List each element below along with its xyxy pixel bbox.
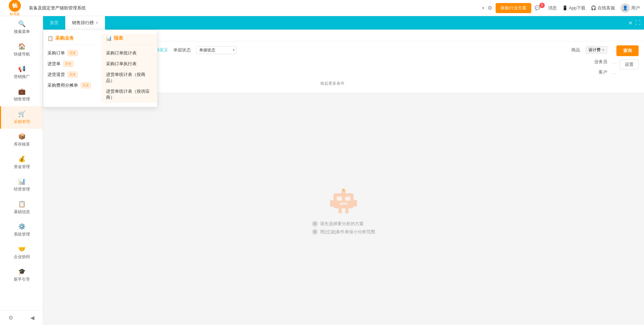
cooperation-icon: 🤝	[18, 245, 26, 253]
sidebar-item-quick-nav-label: 快捷导航	[14, 51, 30, 57]
sidebar-item-cooperation[interactable]: 🤝 企业协同	[0, 241, 43, 264]
query-button[interactable]: 查询	[616, 45, 639, 56]
goods-tag-value: 设计费	[588, 47, 601, 53]
maximize-window-btn[interactable]: ⛶	[635, 20, 641, 26]
goods-receipt-stats-by-supplier-item[interactable]: 进货单统计表（按供应商）	[106, 86, 153, 103]
collapse-btn[interactable]: 收起更多条件	[318, 79, 347, 88]
empty-tip-1: ① 请先选择要分析的方案	[312, 221, 375, 227]
headset-icon: 🎧	[591, 5, 596, 10]
set-button[interactable]: 设置	[620, 59, 639, 70]
close-window-btn[interactable]: ✕	[628, 20, 633, 26]
purchase-expense-history-badge: 历史	[81, 82, 91, 88]
sidebar-item-operation[interactable]: 📊 经营管理	[0, 174, 43, 196]
goods-tag-close-icon[interactable]: ×	[602, 48, 604, 52]
goods-dots[interactable]: ...	[613, 47, 616, 52]
svg-rect-8	[330, 200, 333, 207]
report-col-title: 📊 报表	[106, 34, 153, 45]
online-service-item[interactable]: 🎧 在线客服	[591, 5, 615, 11]
inventory-icon: 📦	[18, 133, 26, 140]
tab-window-controls: ✕ ⛶	[625, 16, 644, 30]
app-logo: 畅	[9, 0, 21, 12]
purchase-goods-receipt-label: 进货单	[47, 61, 61, 67]
quick-nav-icon: 🏠	[18, 43, 26, 50]
purchase-expense-item[interactable]: 采购费用分摊单 历史	[47, 80, 95, 91]
purchase-icon: 🛒	[18, 110, 26, 118]
sidebar-item-capital[interactable]: 💰 资金管理	[0, 151, 43, 174]
app-download-item[interactable]: 📱 App下载	[562, 5, 585, 11]
empty-tip-1-text: 请先选择要分析的方案	[320, 221, 364, 227]
system-name: 装备及固定资产辅助管理系统	[29, 5, 479, 11]
tab-home[interactable]: 首页	[43, 16, 65, 30]
svg-rect-10	[338, 208, 342, 213]
doc-status-label: 单据状态	[173, 47, 191, 53]
sidebar-item-guide-label: 新手引导	[14, 277, 30, 282]
salesman-label: 业务员	[594, 59, 607, 65]
purchase-order-exec-item[interactable]: 采购订单执行表	[106, 58, 153, 69]
sidebar-collapse-btn[interactable]: ◀	[30, 315, 34, 321]
svg-rect-5	[339, 203, 348, 205]
operation-icon: 📊	[18, 178, 26, 185]
goods-receipt-stats-by-goods-item[interactable]: 进货单统计表（按商品）	[106, 69, 153, 86]
salesman-dots[interactable]: ...	[613, 59, 616, 65]
purchase-goods-receipt-item[interactable]: 进货单 历史	[47, 58, 95, 69]
report-col-title-text: 报表	[114, 35, 123, 41]
sidebar-item-search-label: 搜索菜单	[14, 29, 30, 35]
tab-close-icon[interactable]: ×	[96, 21, 98, 25]
basic-icon: 📋	[18, 200, 26, 208]
system-icon: ⚙️	[18, 223, 26, 230]
svg-rect-2	[333, 193, 354, 208]
phone-icon: 📱	[562, 5, 568, 10]
tip-2-num: ②	[312, 229, 318, 235]
tab-home-label: 首页	[50, 20, 59, 26]
sidebar-item-guide[interactable]: 🎓 新手引导	[0, 264, 43, 286]
industry-button[interactable]: 体验行业方案	[496, 3, 531, 13]
sidebar-item-inventory[interactable]: 📦 库存核算	[0, 129, 43, 151]
goods-label: 商品	[571, 47, 580, 53]
sidebar-item-sales[interactable]: 💼 销售管理	[0, 84, 43, 106]
online-service-label: 在线客服	[598, 5, 615, 11]
svg-rect-3	[337, 197, 342, 201]
purchase-return-item[interactable]: 进货退货 历史	[47, 69, 95, 80]
date-custom[interactable]: 自定义	[156, 47, 168, 53]
doc-status-select[interactable]: 单据状态	[196, 46, 237, 54]
tab-sales-ranking[interactable]: 销售排行榜 ×	[65, 16, 105, 30]
sidebar-item-quick-nav[interactable]: 🏠 快捷导航	[0, 39, 43, 61]
right-actions: 查询 设置	[616, 45, 639, 70]
purchase-order-item[interactable]: 采购订单 历史	[47, 48, 95, 58]
purchase-return-history-badge: 历史	[68, 72, 78, 78]
sidebar: 🔍 搜索菜单 🏠 快捷导航 📢 营销推广 💼 销售管理 🛒 采购管理 📦	[0, 16, 43, 325]
system-name-arrow[interactable]: ▾	[482, 6, 484, 10]
user-nav-item[interactable]: 👤 用户	[620, 3, 640, 13]
tab-sales-ranking-label: 销售排行榜	[72, 20, 94, 26]
sidebar-item-search[interactable]: 🔍 搜索菜单	[0, 16, 43, 39]
marketing-icon: 📢	[18, 65, 26, 73]
sidebar-item-basic[interactable]: 📋 基础信息	[0, 196, 43, 219]
svg-rect-9	[354, 200, 357, 207]
sidebar-item-system[interactable]: ⚙️ 系统管理	[0, 219, 43, 241]
purchase-col-title: 📋 采购业务	[47, 34, 95, 45]
sidebar-settings-btn[interactable]: ⚙	[8, 315, 13, 321]
app-download-label: App下载	[569, 5, 585, 11]
sidebar-item-basic-label: 基础信息	[14, 209, 30, 215]
goods-receipt-stats-by-supplier-label: 进货单统计表（按供应商）	[106, 88, 153, 100]
purchase-order-stats-item[interactable]: 采购订单统计表	[106, 48, 153, 58]
capital-icon: 💰	[18, 155, 26, 163]
logo-version: 标准版	[10, 12, 20, 16]
settings-icon[interactable]: ⚙	[488, 5, 492, 11]
message-badge: 9	[539, 3, 545, 8]
message-nav-item[interactable]: 💬 9 消息	[535, 5, 557, 11]
customer-dots[interactable]: ...	[613, 70, 616, 75]
sidebar-item-purchase[interactable]: 🛒 采购管理	[0, 106, 43, 129]
guide-icon: 🎓	[18, 268, 26, 275]
empty-tip-2: ② 用[过滤]条件来缩小分析范围	[312, 229, 375, 235]
empty-tip-2-text: 用[过滤]条件来缩小分析范围	[320, 229, 375, 235]
sales-icon: 💼	[18, 88, 26, 95]
message-label: 消息	[548, 5, 557, 11]
search-icon: 🔍	[18, 20, 26, 28]
sidebar-item-marketing-label: 营销推广	[14, 74, 30, 80]
app-container: 畅 标准版 装备及固定资产辅助管理系统 ▾ ⚙ 体验行业方案 💬 9 消息 📱 …	[0, 0, 644, 325]
empty-state: ① 请先选择要分析的方案 ② 用[过滤]条件来缩小分析范围	[43, 93, 644, 325]
sidebar-item-marketing[interactable]: 📢 营销推广	[0, 61, 43, 84]
purchase-dropdown-menu: 📋 采购业务 采购订单 历史 进货单 历史 进货退货 历史 采购费用分摊单 历史	[43, 30, 157, 107]
tip-1-num: ①	[312, 221, 318, 227]
